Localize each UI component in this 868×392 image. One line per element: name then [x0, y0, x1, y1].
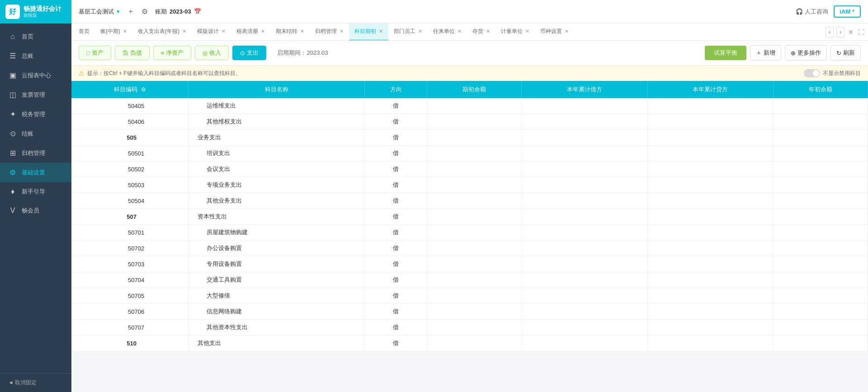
sidebar-item-税务管理[interactable]: ✦税务管理	[0, 104, 71, 124]
cell-ytd-debit	[521, 161, 647, 177]
project-dropdown-arrow[interactable]: ▾	[117, 8, 120, 15]
cell-ytd-debit	[521, 193, 647, 209]
nav-icon-云报表中心: ▣	[8, 71, 17, 80]
tab-close-账(中期)[interactable]: ✕	[123, 28, 127, 34]
tab-nav-next[interactable]: ›	[836, 27, 844, 38]
filter-right: 试算平衡 ＋ 新增 ⊕ 更多操作 ↻ 刷新	[705, 45, 861, 61]
tab-科目期初[interactable]: 科目期初✕	[349, 24, 388, 41]
sidebar-nav: ⌂首页☰总账▣云报表中心◫发票管理✦税务管理⊙结账⊞归档管理⚙基础设置♦新手引导…	[0, 24, 71, 373]
balance-button[interactable]: 试算平衡	[705, 46, 746, 60]
help-button[interactable]: 🎧 人工咨询	[796, 8, 828, 16]
tab-币种设置[interactable]: 币种设置✕	[535, 24, 574, 41]
tab-nav-prev[interactable]: ‹	[826, 27, 834, 38]
settings-button[interactable]: ⚙	[140, 5, 150, 18]
table-row[interactable]: 50501 培训支出 借	[71, 146, 868, 161]
tab-close-期末结转[interactable]: ✕	[300, 28, 304, 34]
cell-ytd-debit	[521, 177, 647, 193]
tab-close-往来单位[interactable]: ✕	[458, 28, 462, 34]
cell-name: 其他资本性支出	[189, 320, 365, 335]
table-row[interactable]: 50503 专项业务支出 借	[71, 177, 868, 193]
nav-icon-归档管理: ⊞	[8, 149, 17, 157]
sidebar-item-总账[interactable]: ☰总账	[0, 46, 71, 66]
tab-close-计量单位[interactable]: ✕	[525, 28, 529, 34]
tab-close-币种设置[interactable]: ✕	[565, 28, 569, 34]
tab-close-部门员工[interactable]: ✕	[418, 28, 422, 34]
tab-close-科目期初[interactable]: ✕	[379, 28, 383, 34]
table-row[interactable]: 50704 交通工具购置 借	[71, 272, 868, 288]
cell-ytd-debit	[521, 288, 647, 304]
tab-期末结转[interactable]: 期末结转✕	[270, 24, 310, 41]
refresh-button[interactable]: ↻ 刷新	[830, 45, 861, 61]
account-button[interactable]: iAM *	[834, 5, 861, 18]
content-area: □资产负负债≡净资产◎收入⊙支出启用期间：2023.03 试算平衡 ＋ 新增 ⊕…	[71, 41, 868, 392]
table-row[interactable]: 50705 大型修缮 借	[71, 288, 868, 304]
cell-name: 其他支出	[189, 335, 365, 351]
filter-tab-equity[interactable]: ≡净资产	[153, 46, 192, 60]
sidebar-item-基础设置[interactable]: ⚙基础设置	[0, 163, 71, 182]
tab-模版设计[interactable]: 模版设计✕	[192, 24, 231, 41]
tab-close-模版设计[interactable]: ✕	[222, 28, 226, 34]
table-row[interactable]: 50707 其他资本性支出 借	[71, 320, 868, 335]
table-row[interactable]: 50701 房屋建筑物购建 借	[71, 225, 868, 241]
table-row[interactable]: 50502 会议支出 借	[71, 161, 868, 177]
more-button[interactable]: ⊕ 更多操作	[785, 45, 827, 61]
table-row[interactable]: 50702 办公设备购置 借	[71, 241, 868, 256]
tab-账(中期)[interactable]: 账(中期)✕	[95, 24, 132, 41]
sidebar-item-新手引导[interactable]: ♦新手引导	[0, 182, 71, 201]
sidebar-item-结账[interactable]: ⊙结账	[0, 124, 71, 143]
tab-close-税表清册[interactable]: ✕	[261, 28, 265, 34]
table-container: 科目编码 ⚙ 科目名称 方向 期初余额 本年累计借方 本年累计贷方 年初余额	[71, 81, 868, 392]
cell-direction: 借	[365, 225, 427, 241]
tab-close-归档管理[interactable]: ✕	[340, 28, 344, 34]
table-row[interactable]: 50703 专用设备购置 借	[71, 256, 868, 272]
table-row[interactable]: 50406 其他维权支出 借	[71, 114, 868, 130]
cell-name: 信息网络购建	[189, 304, 365, 320]
disabled-toggle[interactable]	[804, 69, 820, 77]
filter-period: 启用期间：2023.03	[277, 49, 328, 57]
filter-tab-asset[interactable]: □资产	[79, 46, 111, 60]
sidebar-item-畅会员[interactable]: V畅会员	[0, 201, 71, 220]
tab-expand[interactable]: ⛶	[856, 28, 866, 36]
new-button[interactable]: ＋ 新增	[750, 45, 781, 61]
cell-name: 办公设备购置	[189, 241, 365, 256]
sidebar-footer[interactable]: ◄ 取消固定	[0, 373, 71, 392]
add-project-button[interactable]: ＋	[125, 5, 136, 18]
calendar-icon[interactable]: 📅	[194, 8, 201, 15]
tab-存货[interactable]: 存货✕	[467, 24, 495, 41]
tab-收入支出表(年报)[interactable]: 收入支出表(年报)✕	[132, 24, 192, 41]
cell-opening	[427, 177, 522, 193]
sidebar-item-发票管理[interactable]: ◫发票管理	[0, 85, 71, 104]
table-row[interactable]: 510 其他支出 借	[71, 335, 868, 351]
tab-close-all[interactable]: ✕	[846, 28, 855, 36]
tab-税表清册[interactable]: 税表清册✕	[231, 24, 270, 41]
table-row[interactable]: 507 资本性支出 借	[71, 209, 868, 225]
filter-tab-income[interactable]: ◎收入	[195, 46, 229, 60]
cell-year-start	[774, 209, 868, 225]
table-row[interactable]: 50706 信息网络购建 借	[71, 304, 868, 320]
cell-ytd-debit	[521, 209, 647, 225]
warning-icon: ⚠	[79, 70, 85, 77]
sidebar-item-云报表中心[interactable]: ▣云报表中心	[0, 66, 71, 85]
col-settings-icon[interactable]: ⚙	[141, 86, 146, 93]
filter-tabs-bar: □资产负负债≡净资产◎收入⊙支出启用期间：2023.03 试算平衡 ＋ 新增 ⊕…	[71, 41, 868, 66]
sidebar-item-归档管理[interactable]: ⊞归档管理	[0, 143, 71, 163]
cell-code: 50702	[71, 241, 189, 256]
tab-首页[interactable]: 首页	[73, 24, 95, 41]
cell-code: 50504	[71, 193, 189, 209]
table-row[interactable]: 505 业务支出 借	[71, 130, 868, 146]
filter-tab-expense[interactable]: ⊙支出	[232, 46, 266, 60]
tab-close-存货[interactable]: ✕	[486, 28, 490, 34]
cell-year-start	[774, 288, 868, 304]
filter-tab-liability[interactable]: 负负债	[115, 46, 150, 60]
tab-close-收入支出表(年报)[interactable]: ✕	[182, 28, 186, 34]
tab-计量单位[interactable]: 计量单位✕	[495, 24, 535, 41]
table-row[interactable]: 50405 运维维支出 借	[71, 98, 868, 114]
cell-name: 运维维支出	[189, 98, 365, 114]
cell-ytd-credit	[647, 272, 774, 288]
tab-部门员工[interactable]: 部门员工✕	[388, 24, 428, 41]
table-row[interactable]: 50504 其他业务支出 借	[71, 193, 868, 209]
sidebar-item-首页[interactable]: ⌂首页	[0, 27, 71, 46]
tab-往来单位[interactable]: 往来单位✕	[428, 24, 467, 41]
project-name: 基层工会测试	[79, 8, 114, 16]
tab-归档管理[interactable]: 归档管理✕	[310, 24, 349, 41]
